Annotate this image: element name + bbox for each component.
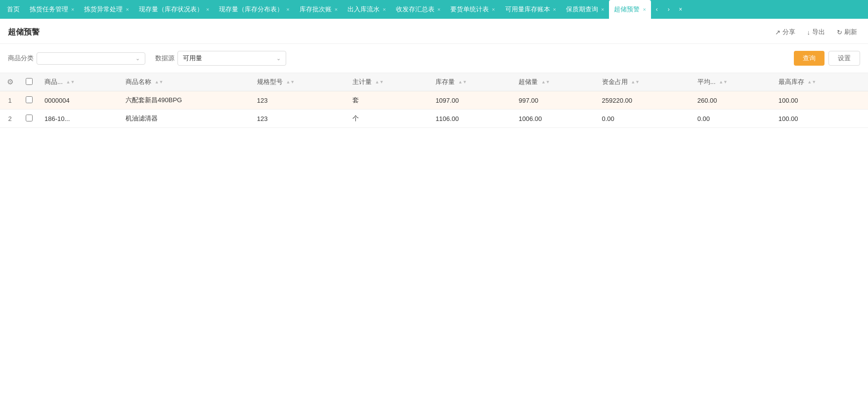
th-product-code-label: 商品... — [44, 78, 63, 85]
th-spec[interactable]: 规格型号 ▲▼ — [251, 73, 347, 91]
row-spec: 123 — [251, 91, 347, 110]
th-capital-label: 资金占用 — [602, 78, 628, 85]
close-task-mgmt-icon[interactable]: × — [71, 6, 74, 12]
page-title: 超储预警 — [8, 27, 40, 38]
nav-item-order-stat[interactable]: 要货单统计表 × — [445, 0, 500, 19]
row-overstock: 997.00 — [513, 91, 596, 110]
share-button[interactable]: ↗ 分享 — [772, 26, 798, 39]
row-stock: 1097.00 — [430, 91, 513, 110]
row-max-stock: 100.00 — [773, 91, 868, 110]
close-overstock-icon[interactable]: × — [643, 6, 646, 12]
datasource-select[interactable]: 可用量 ⌄ — [177, 51, 286, 66]
th-unit[interactable]: 主计量 ▲▼ — [347, 73, 430, 91]
nav-item-stock-status-label: 现存量（库存状况表） — [139, 5, 203, 14]
th-capital[interactable]: 资金占用 ▲▼ — [596, 73, 692, 91]
row-checkbox[interactable] — [26, 115, 33, 121]
close-in-out-icon[interactable]: × — [383, 6, 386, 12]
close-batch-icon[interactable]: × — [335, 6, 338, 12]
row-capital: 259220.00 — [596, 91, 692, 110]
row-avg: 0.00 — [692, 110, 773, 128]
th-avg[interactable]: 平均... ▲▼ — [692, 73, 773, 91]
row-checkbox-cell — [20, 91, 39, 110]
query-button[interactable]: 查询 — [794, 51, 825, 66]
nav-item-order-stat-label: 要货单统计表 — [450, 5, 489, 14]
nav-item-batch[interactable]: 库存批次账 × — [295, 0, 343, 19]
settings-button[interactable]: 设置 — [828, 51, 860, 66]
nav-item-abnormal[interactable]: 拣货异常处理 × — [79, 0, 133, 19]
datasource-arrow-icon: ⌄ — [276, 55, 281, 62]
sort-unit-icon: ▲▼ — [375, 80, 384, 84]
nav-item-available[interactable]: 可用量库存账本 × — [500, 0, 561, 19]
share-label: 分享 — [782, 28, 795, 37]
th-max-stock-label: 最高库存 — [779, 78, 804, 85]
close-collect-icon[interactable]: × — [437, 6, 440, 12]
th-overstock-label: 超储量 — [519, 78, 538, 85]
th-product-name-label: 商品名称 — [126, 78, 151, 85]
header-actions: ↗ 分享 ↓ 导出 ↻ 刷新 — [772, 26, 861, 39]
export-icon: ↓ — [807, 29, 811, 36]
export-button[interactable]: ↓ 导出 — [804, 26, 828, 39]
category-arrow-icon: ⌄ — [135, 55, 140, 62]
nav-more-arrow[interactable]: × — [675, 0, 687, 19]
main-content: 超储预警 ↗ 分享 ↓ 导出 ↻ 刷新 商品分类 ⌄ 数据源 — [0, 19, 868, 395]
filter-bar: 商品分类 ⌄ 数据源 可用量 ⌄ 查询 设置 — [0, 44, 868, 73]
th-product-name[interactable]: 商品名称 ▲▼ — [120, 73, 251, 91]
nav-item-batch-label: 库存批次账 — [300, 5, 332, 14]
refresh-icon: ↻ — [837, 29, 842, 36]
row-checkbox[interactable] — [26, 96, 33, 103]
row-unit: 个 — [347, 110, 430, 128]
row-overstock: 1006.00 — [513, 110, 596, 128]
close-stock-status-icon[interactable]: × — [206, 6, 209, 12]
refresh-label: 刷新 — [844, 28, 857, 37]
th-stock[interactable]: 库存量 ▲▼ — [430, 73, 513, 91]
sort-capital-icon: ▲▼ — [631, 80, 640, 84]
th-overstock[interactable]: 超储量 ▲▼ — [513, 73, 596, 91]
refresh-button[interactable]: ↻ 刷新 — [834, 26, 860, 39]
category-select[interactable]: ⌄ — [37, 52, 145, 65]
row-unit: 套 — [347, 91, 430, 110]
nav-item-stock-status[interactable]: 现存量（库存状况表） × — [134, 0, 214, 19]
close-order-stat-icon[interactable]: × — [492, 6, 495, 12]
th-avg-label: 平均... — [697, 78, 716, 85]
nav-item-overstock-label: 超储预警 — [614, 5, 640, 14]
datasource-value: 可用量 — [183, 54, 202, 63]
nav-item-overstock[interactable]: 超储预警 × — [609, 0, 651, 19]
nav-item-abnormal-label: 拣货异常处理 — [84, 5, 123, 14]
nav-item-task-mgmt[interactable]: 拣货任务管理 × — [25, 0, 79, 19]
row-code: 186-10... — [39, 110, 120, 128]
row-max-stock: 100.00 — [773, 110, 868, 128]
row-name: 机油滤清器 — [120, 110, 251, 128]
th-stock-label: 库存量 — [435, 78, 455, 85]
nav-item-expiry[interactable]: 保质期查询 × — [561, 0, 609, 19]
close-stock-dist-icon[interactable]: × — [286, 6, 289, 12]
table-row: 1 0000004 六配套新昌490BPG 123 套 1097.00 997.… — [0, 91, 868, 110]
sort-avg-icon: ▲▼ — [719, 80, 728, 84]
th-unit-label: 主计量 — [352, 78, 372, 85]
table-container: ⚙ 商品... ▲▼ 商品名称 ▲▼ 规格型号 ▲▼ — [0, 73, 868, 128]
close-abnormal-icon[interactable]: × — [126, 6, 129, 12]
nav-item-in-out-label: 出入库流水 — [347, 5, 380, 14]
nav-item-in-out[interactable]: 出入库流水 × — [343, 0, 391, 19]
top-nav: 首页 拣货任务管理 × 拣货异常处理 × 现存量（库存状况表） × 现存量（库存… — [0, 0, 868, 19]
export-label: 导出 — [812, 28, 825, 37]
select-all-checkbox[interactable] — [26, 78, 33, 85]
row-spec: 123 — [251, 110, 347, 128]
row-name: 六配套新昌490BPG — [120, 91, 251, 110]
sort-overstock-icon: ▲▼ — [541, 80, 550, 84]
sort-stock-icon: ▲▼ — [458, 80, 467, 84]
nav-item-collect[interactable]: 收发存汇总表 × — [391, 0, 445, 19]
nav-item-home[interactable]: 首页 — [2, 0, 25, 19]
nav-right-arrow[interactable]: › — [663, 0, 675, 19]
nav-item-expiry-label: 保质期查询 — [566, 5, 598, 14]
category-label: 商品分类 — [8, 54, 34, 63]
gear-icon[interactable]: ⚙ — [7, 78, 13, 86]
th-product-code[interactable]: 商品... ▲▼ — [39, 73, 120, 91]
close-expiry-icon[interactable]: × — [601, 6, 604, 12]
close-available-icon[interactable]: × — [553, 6, 556, 12]
th-max-stock[interactable]: 最高库存 ▲▼ — [773, 73, 868, 91]
nav-item-stock-dist[interactable]: 现存量（库存分布表） × — [214, 0, 294, 19]
share-icon: ↗ — [775, 29, 781, 36]
datasource-filter: 数据源 可用量 ⌄ — [155, 51, 286, 66]
nav-left-arrow[interactable]: ‹ — [651, 0, 663, 19]
th-spec-label: 规格型号 — [257, 78, 283, 85]
